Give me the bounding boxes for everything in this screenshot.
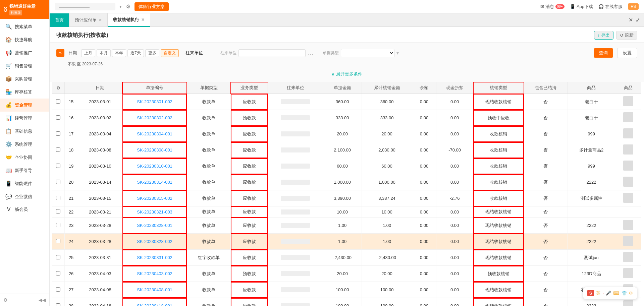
sidebar-item-enterprise[interactable]: 🤝 企业协同 (0, 151, 49, 164)
voucher-no-link[interactable]: SK-20230314-001 (137, 180, 172, 185)
sidebar-item-guide[interactable]: 📖 新手引导 (0, 164, 49, 177)
cell-checkbox[interactable] (52, 266, 64, 282)
voucher-no-link[interactable]: SK-20230408-001 (137, 287, 172, 292)
th-product2[interactable]: 商品 (615, 82, 641, 94)
cell-checkbox[interactable] (52, 250, 64, 266)
notifications-btn[interactable]: ✉ 消息 99+ (540, 4, 565, 10)
cell-checkbox[interactable] (52, 158, 64, 174)
settings-icon[interactable]: ⚙ (126, 3, 130, 10)
cell-checkbox[interactable] (52, 298, 64, 306)
maximize-btn[interactable]: ⤢ (636, 17, 640, 23)
settings-footer-icon[interactable]: ⚙ (3, 297, 8, 303)
th-balance[interactable]: 余额 (412, 82, 436, 94)
row-checkbox[interactable] (56, 239, 60, 243)
dropdown-icon[interactable]: ▾ (119, 4, 122, 9)
keyboard-icon[interactable]: ⌨ (613, 291, 620, 296)
th-voucher-type[interactable]: 单据类型 (187, 82, 231, 94)
row-checkbox[interactable] (56, 303, 60, 306)
th-partner[interactable]: 往来单位 (268, 82, 323, 94)
expand-more-btn[interactable]: ∨ 展开更多条件 (330, 70, 364, 78)
voucher-no-link[interactable]: SK-20230304-001 (137, 131, 172, 136)
close-tab-btn[interactable]: ✕ (629, 17, 633, 23)
voucher-no-link[interactable]: SK-20230310-001 (137, 164, 172, 169)
date-btn-this-year[interactable]: 本年 (112, 49, 126, 57)
date-btn-7days[interactable]: 近7天 (127, 49, 144, 57)
query-btn[interactable]: 查询 (594, 48, 613, 58)
th-amount[interactable]: 单据金额 (323, 82, 362, 94)
th-date[interactable]: 日期 (78, 82, 122, 94)
th-settings[interactable]: ⚙ (52, 82, 64, 94)
row-checkbox[interactable] (56, 255, 60, 259)
sidebar-item-wechat[interactable]: 💬 企业微信 (0, 190, 49, 203)
cell-checkbox[interactable] (52, 190, 64, 206)
tab-receipt-verify-close[interactable]: ✕ (141, 17, 145, 22)
voucher-no-link[interactable]: SK-20230315-002 (137, 196, 172, 201)
th-product[interactable]: 商品 (568, 82, 615, 94)
row-checkbox[interactable] (56, 131, 60, 136)
voucher-type-select[interactable] (341, 49, 394, 57)
app-download-btn[interactable]: 📱 App下载 (570, 4, 593, 10)
sidebar-item-member[interactable]: V 畅会员 (0, 203, 49, 216)
sidebar-item-purchase[interactable]: 📦 采购管理 (0, 72, 49, 85)
cell-checkbox[interactable] (52, 174, 64, 190)
date-btn-custom[interactable]: 自定义 (161, 49, 179, 57)
cell-checkbox[interactable] (52, 126, 64, 142)
tab-home[interactable]: 首页 (50, 13, 69, 27)
voucher-no-link[interactable]: SK-20230328-002 (137, 239, 172, 244)
row-checkbox[interactable] (56, 271, 60, 276)
online-support-btn[interactable]: 🎧 在线客服 (598, 4, 623, 10)
shirt-icon[interactable]: 👕 (622, 291, 627, 296)
th-cumulative[interactable]: 累计核销金额 (362, 82, 412, 94)
refresh-btn[interactable]: ↺ 刷新 (616, 31, 637, 40)
cell-checkbox[interactable] (52, 142, 64, 158)
voucher-no-link[interactable]: SK-20230331-002 (137, 255, 172, 260)
header-search-bar[interactable]: ▬▬▬▬▬▬▬ (55, 3, 115, 10)
date-btn-more[interactable]: 更多 (145, 49, 159, 57)
sidebar-item-system[interactable]: ⚙️ 系统管理 (0, 138, 49, 151)
date-btn-this-month[interactable]: 本月 (97, 49, 111, 57)
sidebar-item-basic[interactable]: 📋 基础信息 (0, 125, 49, 138)
th-include-settled[interactable]: 包含已结清 (524, 82, 568, 94)
sidebar-item-inventory[interactable]: 🏪 库存核算 (0, 85, 49, 99)
voucher-no-link[interactable]: SK-20230328-001 (137, 223, 172, 228)
voucher-no-link[interactable]: SK-20230301-002 (137, 99, 172, 104)
row-checkbox[interactable] (56, 99, 60, 104)
tab-prepay[interactable]: 预计应付单 ✕ (69, 13, 108, 27)
row-checkbox[interactable] (56, 209, 60, 213)
voucher-no-link[interactable]: SK-20230321-003 (137, 209, 172, 215)
filter-toggle-btn[interactable]: » (56, 49, 64, 57)
th-voucher-no[interactable]: 单据编号 (122, 82, 187, 94)
mic-icon[interactable]: 🎤 (606, 291, 611, 296)
cell-checkbox[interactable] (52, 94, 64, 110)
industry-solution-btn[interactable]: 体验行业方案 (135, 2, 169, 11)
settings-icon-float[interactable]: ⚙ (629, 291, 633, 296)
date-btn-prev-month[interactable]: 上月 (81, 49, 95, 57)
partner-input[interactable] (238, 49, 306, 57)
sidebar-item-sales[interactable]: 🛒 销售管理 (0, 59, 49, 72)
th-verify-type[interactable]: 核销类型 (473, 82, 524, 94)
row-checkbox[interactable] (56, 115, 60, 120)
row-checkbox[interactable] (56, 223, 60, 227)
collapse-sidebar-btn[interactable]: ◀◀ (39, 297, 46, 303)
user-avatar[interactable]: Rit (628, 3, 639, 10)
cell-checkbox[interactable] (52, 218, 64, 234)
tab-receipt-verify[interactable]: 收款核销执行 ✕ (108, 13, 150, 27)
th-cash-discount[interactable]: 现金折扣 (436, 82, 473, 94)
voucher-no-link[interactable]: SK-20230403-002 (137, 271, 172, 276)
tab-prepay-close[interactable]: ✕ (99, 18, 102, 22)
sidebar-item-hardware[interactable]: 📱 智能硬件 (0, 177, 49, 190)
export-btn[interactable]: ↑ 导出 (594, 31, 614, 40)
voucher-no-link[interactable]: SK-20230302-002 (137, 115, 172, 120)
settings-btn[interactable]: 设置 (617, 48, 637, 58)
sidebar-item-finance[interactable]: 💰 资金管理 (0, 99, 49, 112)
sidebar-item-marketing[interactable]: 📢 营销推广 (0, 46, 49, 59)
sidebar-item-search[interactable]: 🔍 搜索菜单 (0, 20, 49, 33)
row-checkbox[interactable] (56, 147, 60, 152)
voucher-no-link[interactable]: SK-20230418-001 (137, 303, 172, 306)
voucher-no-link[interactable]: SK-20230308-001 (137, 147, 172, 152)
cell-checkbox[interactable] (52, 110, 64, 126)
sidebar-item-quick-nav[interactable]: 🏠 快捷导航 (0, 33, 49, 46)
row-checkbox[interactable] (56, 287, 60, 292)
row-checkbox[interactable] (56, 180, 60, 184)
row-checkbox[interactable] (56, 196, 60, 200)
